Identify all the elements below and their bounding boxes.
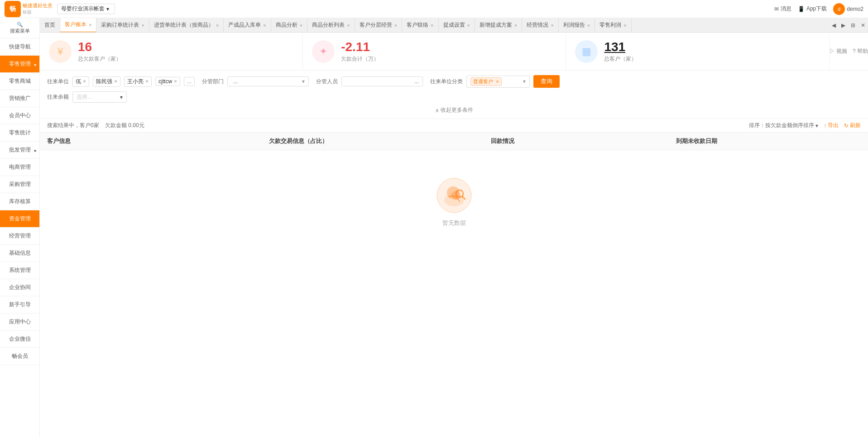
close-icon[interactable]: × (467, 23, 470, 28)
col-debt-info: 欠款交易信息（占比） (269, 137, 491, 145)
account-selector[interactable]: 母婴行业演示帐套 ▾ (57, 4, 115, 14)
refresh-button[interactable]: ↻ 刷新 (844, 122, 861, 129)
help-button[interactable]: ? 帮助 (853, 48, 868, 55)
sidebar-item-search[interactable]: 🔍 搜索菜单 (0, 18, 39, 38)
debt-customers-icon: ¥ (49, 40, 72, 63)
remove-category-tag[interactable]: × (496, 79, 499, 84)
result-right: 排序：按欠款金额倒序排序 ▾ ↑ 导出 ↻ 刷新 (749, 122, 861, 129)
sidebar-item-retail-mall[interactable]: 零售商城 (0, 73, 39, 90)
tab-purchase-order-stats[interactable]: 采购订单统计表 × (96, 18, 149, 33)
close-icon[interactable]: × (89, 22, 91, 28)
filter-tag-cjttcw: cjttcw × (155, 77, 180, 86)
tab-new-commission[interactable]: 新增提成方案 × (475, 18, 522, 33)
tab-retail-profit[interactable]: 零售利润 × (595, 18, 631, 33)
content-area: 首页 客户账本 × 采购订单统计表 × 进货单统计表（按商品） × 产成品入库单… (40, 18, 868, 437)
dept-dropdown[interactable]: ... ▾ (227, 76, 309, 86)
page-main: ¥ 16 总欠款客户（家） ✦ -2.11 欠款合计（万） (40, 33, 868, 437)
remove-tag-chen[interactable]: × (114, 78, 117, 85)
tab-production-inbound[interactable]: 产成品入库单 × (224, 18, 271, 33)
sidebar-item-wechat[interactable]: 企业微信 (0, 331, 39, 348)
total-customers-icon: ▦ (575, 40, 598, 63)
sidebar-item-newguide[interactable]: 新手引导 (0, 296, 39, 314)
sidebar-item-appcenter[interactable]: 应用中心 (0, 314, 39, 331)
remove-tag-bwa[interactable]: × (83, 78, 86, 85)
message-button[interactable]: ✉ 消息 (774, 5, 791, 13)
logo-area: 畅 畅捷通好生意 标版 (5, 1, 53, 17)
table-header: 客户信息 欠款交易信息（占比） 回款情况 到期未收款日期 (40, 133, 868, 150)
close-icon[interactable]: × (551, 23, 553, 28)
sidebar-item-purchase[interactable]: 采购管理 (0, 176, 39, 193)
tab-product-analysis[interactable]: 商品分析 × (271, 18, 307, 33)
export-icon: ↑ (824, 123, 826, 129)
close-icon[interactable]: × (514, 23, 517, 28)
sidebar-item-system[interactable]: 系统管理 (0, 262, 39, 279)
app-download-button[interactable]: 📱 App下载 (798, 5, 827, 13)
sidebar-item-operations[interactable]: 经营管理 (0, 228, 39, 245)
sidebar-item-ecommerce[interactable]: 电商管理 (0, 159, 39, 176)
sidebar-item-member-center[interactable]: 会员中心 (0, 107, 39, 124)
export-button[interactable]: ↑ 导出 (824, 122, 839, 129)
remove-tag-wang[interactable]: × (145, 78, 149, 85)
tab-close-all-button[interactable]: ✕ (858, 18, 868, 33)
filter-area: 往来单位 佤 × 陈民强 × 王小亮 × (40, 71, 868, 119)
tab-customer-account[interactable]: 客户账本 × (60, 18, 96, 33)
sidebar-item-collab[interactable]: 企业协同 (0, 279, 39, 296)
tab-product-analysis-list[interactable]: 商品分析列表 × (307, 18, 355, 33)
balance-select[interactable]: 选择... ▾ (72, 91, 127, 103)
debt-customers-label: 总欠款客户（家） (78, 55, 121, 63)
filter-tag-bwa: 佤 × (72, 76, 89, 87)
close-icon[interactable]: × (394, 23, 397, 28)
collapse-filter-button[interactable]: ∧ 收起更多条件 (435, 106, 473, 114)
question-icon: ? (853, 48, 856, 54)
close-icon[interactable]: × (587, 23, 590, 28)
tab-prev-button[interactable]: ◀ (829, 18, 839, 33)
tab-business-status[interactable]: 经营情况 × (522, 18, 558, 33)
sidebar-item-finance[interactable]: 资金管理 (0, 210, 39, 228)
search-icon: 🔍 (17, 22, 23, 27)
empty-state: 暂无数据 (40, 150, 868, 254)
close-icon[interactable]: × (347, 23, 350, 28)
tab-commission-settings[interactable]: 提成设置 × (439, 18, 475, 33)
sidebar-item-retail-mgmt[interactable]: 零售管理 (0, 56, 39, 73)
refresh-icon: ↻ (844, 123, 849, 129)
top-right: ✉ 消息 📱 App下载 d demo2 (774, 3, 863, 15)
category-dropdown-arrow: ▾ (523, 78, 526, 85)
filter-tag-more[interactable]: ... (184, 77, 195, 86)
tab-home[interactable]: 首页 (40, 18, 60, 33)
tab-next-button[interactable]: ▶ (839, 18, 848, 33)
sort-button[interactable]: 排序：按欠款金额倒序排序 ▾ (749, 122, 818, 129)
remove-tag-cjttcw[interactable]: × (174, 78, 177, 85)
filter-tag-chen: 陈民强 × (93, 76, 120, 87)
close-icon[interactable]: × (431, 23, 433, 28)
sidebar-item-inventory[interactable]: 库存核算 (0, 193, 39, 210)
tab-customer-contact[interactable]: 客户联络 × (402, 18, 438, 33)
sidebar-item-quicknav[interactable]: 快捷导航 (0, 38, 39, 56)
sidebar-item-marketing[interactable]: 营销推广 (0, 90, 39, 107)
sidebar-item-member[interactable]: 畅会员 (0, 348, 39, 365)
close-icon[interactable]: × (300, 23, 302, 28)
unit-category-dropdown[interactable]: 普通客户 × ▾ (466, 76, 530, 88)
video-help-button[interactable]: ▷ 视频 (830, 48, 847, 55)
main-area: 🔍 搜索菜单 快捷导航 零售管理 零售商城 营销推广 会员中心 零售统计 (0, 18, 868, 437)
tab-expand-button[interactable]: ⊞ (848, 18, 858, 33)
tab-inbound-stats[interactable]: 进货单统计表（按商品） × (149, 18, 224, 33)
tab-customer-tier[interactable]: 客户分层经营 × (355, 18, 402, 33)
user-avatar-button[interactable]: d demo2 (833, 3, 863, 15)
sidebar-item-retail-stats[interactable]: 零售统计 (0, 124, 39, 142)
query-button[interactable]: 查询 (533, 75, 560, 88)
filter-row-1: 往来单位 佤 × 陈民强 × 王小亮 × (47, 75, 861, 88)
dept-dropdown-arrow: ▾ (302, 78, 305, 85)
tab-bar: 首页 客户账本 × 采购订单统计表 × 进货单统计表（按商品） × 产成品入库单… (40, 18, 868, 33)
close-icon[interactable]: × (623, 23, 626, 28)
tab-profit-report[interactable]: 利润报告 × (559, 18, 595, 33)
close-icon[interactable]: × (216, 23, 219, 28)
video-icon: ▷ (830, 48, 835, 54)
sidebar-item-basics[interactable]: 基础信息 (0, 245, 39, 262)
person-dropdown[interactable]: ... (341, 76, 423, 86)
sidebar-item-wholesale[interactable]: 批发管理 (0, 142, 39, 159)
close-icon[interactable]: × (141, 23, 144, 28)
stat-content-total-customers: 131 总客户（家） (604, 40, 637, 63)
close-icon[interactable]: × (263, 23, 266, 28)
unit-category-label: 往来单位分类 (430, 78, 463, 86)
sidebar: 🔍 搜索菜单 快捷导航 零售管理 零售商城 营销推广 会员中心 零售统计 (0, 18, 40, 437)
